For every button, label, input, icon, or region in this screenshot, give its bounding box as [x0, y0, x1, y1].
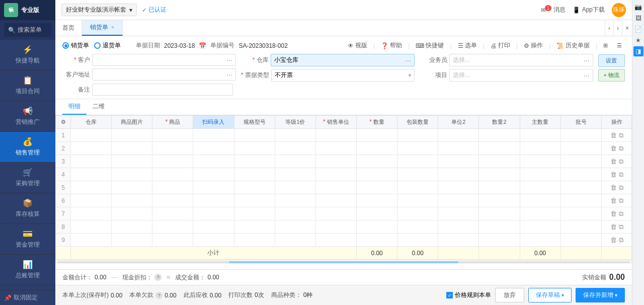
tab-detail[interactable]: 明细	[62, 99, 87, 115]
save-new-button[interactable]: 保存并新增 ▾	[576, 288, 625, 302]
radio-sales-order[interactable]: 销货单	[62, 41, 89, 50]
search-menu-button[interactable]: 🔍 搜索菜单	[4, 23, 51, 37]
customer-input[interactable]: ···	[92, 54, 236, 66]
rt-image-button[interactable]: 🖼	[633, 13, 643, 23]
sidebar-item-sales[interactable]: 💰 销售管理	[0, 132, 55, 163]
invoice-type-select[interactable]: 不开票 ▾	[271, 69, 415, 82]
form-fields-row: * 客户 ··· 客户地址 ··· * 仓库	[62, 54, 625, 82]
select-button[interactable]: ☰ 选单	[455, 40, 480, 51]
project-input[interactable]: 选择... ···	[449, 69, 593, 82]
customer-dots-icon[interactable]: ···	[226, 56, 232, 64]
col-gear[interactable]: ⚙	[56, 116, 71, 129]
message-button[interactable]: ✉ 1 消息	[541, 6, 566, 14]
cell-qty2[interactable]	[479, 129, 520, 142]
cell-price1[interactable]	[275, 129, 315, 142]
rt-active-button[interactable]: ◨	[633, 46, 643, 56]
sidebar-unpin-button[interactable]: 📌 取消固定	[0, 290, 55, 305]
tab-next-button[interactable]: ›	[613, 20, 622, 36]
cell-sales-unit[interactable]	[315, 129, 356, 142]
operations-button[interactable]: ⚙ 操作	[521, 40, 546, 51]
save-draft-button[interactable]: 保存草稿 ▾	[528, 288, 572, 302]
row-delete-button[interactable]: 🗑	[610, 236, 617, 244]
salesperson-input[interactable]: 选择... ···	[449, 54, 593, 66]
row-delete-button[interactable]: 🗑	[610, 210, 617, 218]
tab-close-all-button[interactable]: ×	[622, 20, 632, 36]
warehouse-dots-icon[interactable]: ···	[405, 56, 411, 64]
row-copy-button[interactable]: ⧉	[619, 223, 623, 231]
grid-view-button[interactable]: ⊞	[600, 41, 611, 50]
rt-star-button[interactable]: ★	[633, 35, 643, 45]
discount-help-icon[interactable]: ?	[154, 274, 162, 281]
tab-close-icon[interactable]: ×	[111, 25, 114, 30]
radio-return-order[interactable]: 退货单	[94, 41, 121, 50]
view-button[interactable]: 👁 视版	[345, 40, 370, 51]
cell-warehouse[interactable]	[71, 129, 112, 142]
row-delete-button[interactable]: 🗑	[610, 223, 617, 231]
row-delete-button[interactable]: 🗑	[610, 131, 617, 139]
rt-file-button[interactable]: 📄	[633, 24, 643, 34]
sidebar-item-marketing[interactable]: 📢 营销推广	[0, 101, 55, 132]
row-copy-button[interactable]: ⧉	[619, 236, 623, 244]
purchase-icon: 🛒	[23, 168, 33, 177]
row-copy-button[interactable]: ⧉	[619, 131, 623, 139]
product-types: 商品种类： 0种	[271, 291, 313, 299]
warehouse-input[interactable]: 小宝仓库 ···	[271, 54, 415, 66]
project-dots-icon[interactable]: ···	[584, 71, 590, 80]
salesperson-dots-icon[interactable]: ···	[584, 56, 590, 64]
cell-pack-qty[interactable]	[397, 129, 438, 142]
help-button[interactable]: ❓ 帮助	[378, 40, 405, 51]
tab-2d[interactable]: 二维	[87, 99, 111, 115]
tab-sales-order[interactable]: 销货单 ×	[82, 20, 123, 36]
row-delete-button[interactable]: 🗑	[610, 158, 617, 166]
cell-main-qty[interactable]	[520, 129, 560, 142]
list-view-button[interactable]: ☰	[614, 41, 625, 50]
sidebar-item-quicknav[interactable]: ⚡ 快捷导航	[0, 40, 55, 70]
shortcut-button[interactable]: ⌨ 快捷键	[413, 40, 447, 51]
cell-unit2[interactable]	[438, 129, 479, 142]
row-delete-button[interactable]: 🗑	[610, 144, 617, 152]
col-actions: 操作	[602, 116, 632, 129]
row-copy-button[interactable]: ⧉	[619, 171, 623, 179]
company-selector[interactable]: 好业财专业版演示帐套 ▾	[61, 4, 137, 16]
sidebar-item-accounting[interactable]: 📊 总账管理	[0, 255, 55, 285]
col-batch-input[interactable]: 扫码录入	[193, 116, 234, 129]
cell-product-img[interactable]	[112, 129, 152, 142]
table-row: 8 🗑⧉	[56, 220, 632, 234]
app-download-button[interactable]: 📱 App下载	[573, 6, 605, 14]
tab-prev-button[interactable]: ‹	[605, 20, 613, 36]
cell-product[interactable]	[152, 129, 193, 142]
user-avatar[interactable]: 珠珠	[612, 3, 626, 17]
cell-batch-input[interactable]	[193, 129, 234, 142]
row-copy-button[interactable]: ⧉	[619, 144, 623, 152]
row-copy-button[interactable]: ⧉	[619, 210, 623, 218]
calendar-icon[interactable]: 📅	[199, 42, 206, 49]
address-dots-icon[interactable]: ···	[226, 70, 232, 79]
row-delete-button[interactable]: 🗑	[610, 197, 617, 205]
row-delete-button[interactable]: 🗑	[610, 171, 617, 179]
note-input[interactable]	[92, 84, 233, 96]
sidebar-item-purchase[interactable]: 🛒 采购管理	[0, 163, 55, 193]
logistics-button[interactable]: + 物流	[598, 69, 625, 82]
table-scrollbar[interactable]	[55, 260, 632, 264]
address-input[interactable]: ···	[92, 68, 236, 81]
tab-home[interactable]: 首页	[55, 20, 82, 36]
row-copy-button[interactable]: ⧉	[619, 197, 623, 205]
settings-button[interactable]: 设置	[598, 54, 625, 67]
sidebar-item-invoice[interactable]: 🧾 发票管理	[0, 285, 55, 290]
row-copy-button[interactable]: ⧉	[619, 184, 623, 192]
rt-camera-button[interactable]: 📷	[633, 2, 643, 12]
print-button[interactable]: 🖨 打印	[488, 40, 513, 51]
cell-batch[interactable]	[560, 129, 601, 142]
receivable-help-icon[interactable]: ?	[155, 292, 163, 299]
sidebar-item-inventory[interactable]: 📦 库存核算	[0, 193, 55, 224]
sidebar-item-finance[interactable]: 💳 资金管理	[0, 224, 55, 255]
cell-spec[interactable]	[234, 129, 275, 142]
table-body: 1 🗑	[56, 129, 632, 260]
price-rule-checkbox[interactable]: ✓ 价格规则本单	[446, 291, 491, 299]
cell-quantity[interactable]	[356, 129, 397, 142]
abandon-button[interactable]: 放弃	[495, 288, 524, 302]
sidebar-item-project[interactable]: 📋 项目合同	[0, 70, 55, 101]
row-copy-button[interactable]: ⧉	[619, 158, 623, 166]
row-delete-button[interactable]: 🗑	[610, 184, 617, 192]
history-button[interactable]: 📜 历史单据	[553, 40, 593, 51]
